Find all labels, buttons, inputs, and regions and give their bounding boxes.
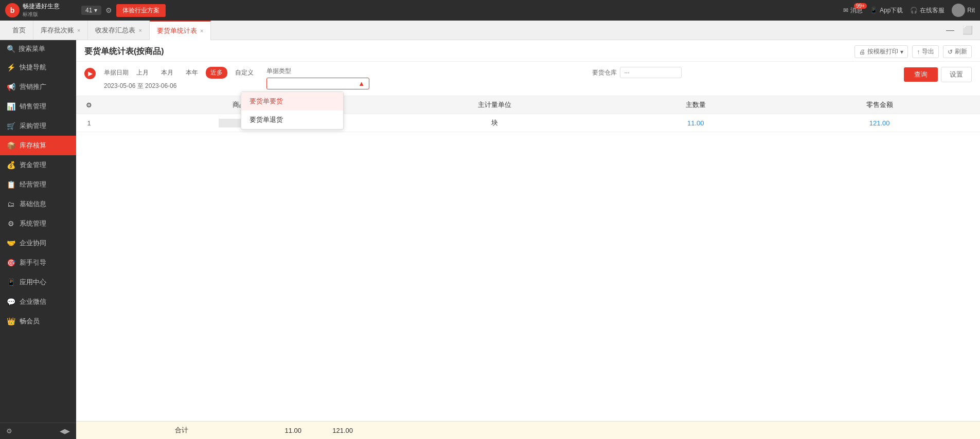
sales-icon: 📊 bbox=[6, 102, 15, 111]
top-header: b 畅捷通好生意 标准版 41 ▾ ⚙ 体验行业方案 ✉ 消息 99+ 📱 Ap… bbox=[0, 0, 980, 21]
sidebar-item-apps[interactable]: 📱 应用中心 bbox=[0, 272, 76, 292]
row-amount: 121.00 bbox=[779, 114, 980, 132]
sidebar-sales-label: 销售管理 bbox=[20, 102, 46, 111]
table-row: 1 块 11.00 121.00 bbox=[76, 114, 980, 132]
sidebar-item-enterprise[interactable]: 🤝 企业协同 bbox=[0, 233, 76, 253]
sidebar-search-label: 搜索菜单 bbox=[19, 44, 45, 53]
sidebar-item-search[interactable]: 🔍 搜索菜单 bbox=[0, 40, 76, 58]
filter-expand-button[interactable]: ▶ bbox=[84, 68, 96, 79]
table-header-settings[interactable]: ⚙ bbox=[76, 96, 102, 114]
last-month-btn[interactable]: 上月 bbox=[132, 67, 153, 79]
refresh-label: 刷新 bbox=[955, 47, 967, 56]
chevron-down-icon: ▾ bbox=[94, 7, 97, 14]
sidebar-item-basics[interactable]: 🗂 基础信息 bbox=[0, 194, 76, 214]
tab-receive-summary[interactable]: 收发存汇总表 × bbox=[88, 21, 149, 40]
row-unit: 块 bbox=[377, 114, 613, 132]
logo-icon: b bbox=[5, 3, 20, 17]
total-label: 合计 bbox=[175, 426, 188, 435]
marketing-icon: 📢 bbox=[6, 82, 15, 92]
sidebar-inventory-label: 库存核算 bbox=[20, 141, 46, 150]
sidebar-item-sales[interactable]: 📊 销售管理 bbox=[0, 97, 76, 116]
download-icon: 📱 bbox=[870, 7, 878, 14]
message-badge: 99+ bbox=[854, 3, 867, 9]
quick-nav-icon: ⚡ bbox=[6, 63, 15, 72]
print-template-label: 按模板打印 bbox=[867, 47, 898, 56]
tab-order-summary-close[interactable]: × bbox=[200, 28, 203, 34]
last-7-days-btn[interactable]: 近多 bbox=[206, 67, 227, 79]
refresh-button[interactable]: ↺ 刷新 bbox=[943, 45, 972, 58]
tab-bar-actions: — ⬜ bbox=[944, 25, 975, 35]
online-service-button[interactable]: 🎧 在线客服 bbox=[910, 6, 945, 15]
warehouse-label: 要货仓库 bbox=[592, 68, 617, 77]
gear-icon[interactable]: ⚙ bbox=[105, 6, 112, 14]
sidebar-guide-label: 新手引导 bbox=[20, 258, 46, 267]
export-button[interactable]: ↑ 导出 bbox=[912, 45, 939, 58]
sidebar-item-guide[interactable]: 🎯 新手引导 bbox=[0, 253, 76, 272]
sidebar-item-quick-nav[interactable]: ⚡ 快捷导航 bbox=[0, 58, 76, 77]
purchase-icon: 🛒 bbox=[6, 121, 15, 131]
dropdown-option-order-return[interactable]: 要货单退货 bbox=[241, 111, 343, 129]
sidebar-item-system[interactable]: ⚙ 系统管理 bbox=[0, 214, 76, 233]
basics-icon: 🗂 bbox=[6, 199, 15, 209]
apps-icon: 📱 bbox=[6, 278, 15, 287]
sidebar-item-operations[interactable]: 📋 经营管理 bbox=[0, 175, 76, 194]
app-download-label: App下载 bbox=[880, 6, 903, 15]
app-name: 畅捷通好生意 bbox=[23, 3, 60, 11]
sidebar-item-wechat[interactable]: 💬 企业微信 bbox=[0, 292, 76, 312]
tab-minimize-icon[interactable]: — bbox=[944, 26, 956, 35]
sidebar-operations-label: 经营管理 bbox=[20, 180, 46, 189]
tab-bar: 首页 库存批次账 × 收发存汇总表 × 要货单统计表 × — ⬜ bbox=[0, 21, 980, 40]
tab-stock-batch[interactable]: 库存批次账 × bbox=[33, 21, 88, 40]
data-table: ⚙ 商品 主计量单位 主数量 零售金额 1 块 bbox=[76, 96, 980, 132]
store-selector[interactable]: 41 ▾ bbox=[81, 6, 101, 15]
sidebar-item-finance[interactable]: 💰 资金管理 bbox=[0, 155, 76, 175]
user-profile[interactable]: Rit bbox=[952, 4, 975, 17]
logo-area: b 畅捷通好生意 标准版 bbox=[5, 3, 81, 18]
tab-home[interactable]: 首页 bbox=[5, 21, 33, 40]
sidebar-item-marketing[interactable]: 📢 营销推广 bbox=[0, 77, 76, 97]
row-quantity: 11.00 bbox=[612, 114, 779, 132]
tab-receive-summary-close[interactable]: × bbox=[138, 27, 141, 33]
sidebar-item-members[interactable]: 👑 畅会员 bbox=[0, 312, 76, 331]
sidebar-bottom: ⚙ ◀▶ bbox=[0, 423, 76, 439]
warehouse-select[interactable]: ··· bbox=[620, 67, 682, 78]
sidebar-basics-label: 基础信息 bbox=[20, 199, 46, 209]
industry-button[interactable]: 体验行业方案 bbox=[116, 4, 166, 17]
this-year-btn[interactable]: 本年 bbox=[181, 67, 203, 79]
sidebar-item-inventory[interactable]: 📦 库存核算 bbox=[0, 136, 76, 155]
dropdown-option-order-delivery-label: 要货单要货 bbox=[250, 97, 283, 105]
type-input[interactable] bbox=[271, 80, 356, 87]
tab-order-summary-label: 要货单统计表 bbox=[157, 26, 197, 35]
settings-bottom-icon[interactable]: ⚙ bbox=[6, 427, 12, 435]
sidebar-collapse-icon[interactable]: ◀▶ bbox=[60, 427, 70, 435]
dropdown-option-order-delivery[interactable]: 要货单要货 bbox=[241, 92, 343, 111]
type-select[interactable]: ▲ bbox=[266, 78, 369, 89]
tab-receive-summary-label: 收发存汇总表 bbox=[95, 26, 135, 35]
sidebar-item-purchase[interactable]: 🛒 采购管理 bbox=[0, 116, 76, 136]
custom-date-btn[interactable]: 自定义 bbox=[230, 67, 258, 79]
filter-buttons: 查询 设置 bbox=[904, 67, 972, 82]
message-button[interactable]: ✉ 消息 99+ bbox=[843, 6, 863, 15]
query-button[interactable]: 查询 bbox=[904, 67, 938, 82]
filter-settings-button[interactable]: 设置 bbox=[941, 67, 972, 82]
row-number: 1 bbox=[76, 114, 102, 132]
content-area: 要货单统计表(按商品) 🖨 按模板打印 ▾ ↑ 导出 ↺ 刷新 ▶ bbox=[76, 40, 980, 439]
tab-stock-batch-close[interactable]: × bbox=[77, 27, 80, 33]
total-amount: 121.00 bbox=[322, 427, 353, 434]
tab-order-summary[interactable]: 要货单统计表 × bbox=[150, 21, 211, 40]
system-icon: ⚙ bbox=[6, 219, 15, 228]
type-label: 单据类型 bbox=[266, 67, 369, 76]
inventory-icon: 📦 bbox=[6, 141, 15, 150]
more-icon: ··· bbox=[625, 69, 630, 76]
sidebar-members-label: 畅会员 bbox=[20, 317, 40, 326]
app-download-button[interactable]: 📱 App下载 bbox=[870, 6, 903, 15]
page-actions: 🖨 按模板打印 ▾ ↑ 导出 ↺ 刷新 bbox=[854, 45, 972, 58]
tab-maximize-icon[interactable]: ⬜ bbox=[960, 25, 975, 35]
sidebar-system-label: 系统管理 bbox=[20, 219, 46, 228]
print-template-button[interactable]: 🖨 按模板打印 ▾ bbox=[854, 45, 908, 58]
online-service-label: 在线客服 bbox=[920, 6, 945, 15]
this-month-btn[interactable]: 本月 bbox=[156, 67, 178, 79]
tab-stock-batch-label: 库存批次账 bbox=[41, 26, 74, 35]
sidebar-wechat-label: 企业微信 bbox=[20, 297, 46, 306]
enterprise-icon: 🤝 bbox=[6, 239, 15, 248]
